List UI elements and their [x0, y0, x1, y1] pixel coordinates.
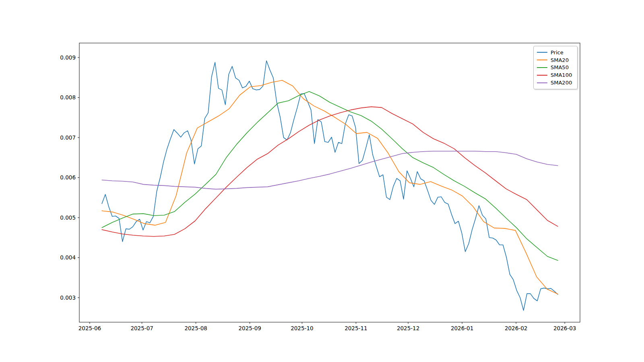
legend-item-price: Price — [537, 49, 574, 56]
x-tick-label: 2025-12 — [397, 325, 419, 331]
x-tick-label: 2026-03 — [553, 325, 576, 331]
y-tick-label: 0.004 — [60, 254, 76, 261]
x-tick-label: 2026-02 — [505, 325, 527, 331]
y-tick-label: 0.008 — [60, 94, 76, 101]
legend-label-sma50: SMA50 — [551, 65, 569, 70]
y-tick-label: 0.005 — [60, 214, 76, 221]
price-line-icon — [537, 52, 547, 53]
x-tick-label: 2025-09 — [238, 325, 261, 331]
y-tick-label: 0.009 — [60, 54, 76, 61]
legend-item-sma100: SMA100 — [537, 71, 574, 79]
x-tick-label: 2026-01 — [451, 325, 473, 331]
legend-label-sma200: SMA200 — [551, 80, 572, 85]
legend-item-sma200: SMA200 — [537, 79, 574, 86]
y-tick-label: 0.006 — [60, 174, 76, 181]
y-tick-label: 0.003 — [60, 294, 76, 301]
sma100-line-icon — [537, 75, 547, 76]
x-tick-label: 2025-06 — [78, 325, 101, 331]
sma20-line-icon — [537, 60, 547, 60]
legend-label-sma100: SMA100 — [551, 72, 572, 78]
x-tick-label: 2025-10 — [291, 325, 313, 331]
sma50-line-icon — [537, 67, 547, 68]
x-tick-label: 2025-11 — [345, 325, 367, 331]
y-tick-label: 0.007 — [60, 134, 76, 141]
figure: 2025-062025-072025-082025-092025-102025-… — [0, 0, 644, 362]
legend-item-sma20: SMA20 — [537, 56, 574, 64]
legend-label-price: Price — [551, 50, 564, 55]
legend: Price SMA20 SMA50 SMA100 SMA200 — [533, 46, 578, 89]
legend-item-sma50: SMA50 — [537, 64, 574, 72]
x-tick-label: 2025-07 — [130, 325, 153, 331]
sma200-line-icon — [537, 82, 547, 83]
legend-label-sma20: SMA20 — [551, 58, 569, 63]
x-tick-label: 2025-08 — [184, 325, 207, 331]
